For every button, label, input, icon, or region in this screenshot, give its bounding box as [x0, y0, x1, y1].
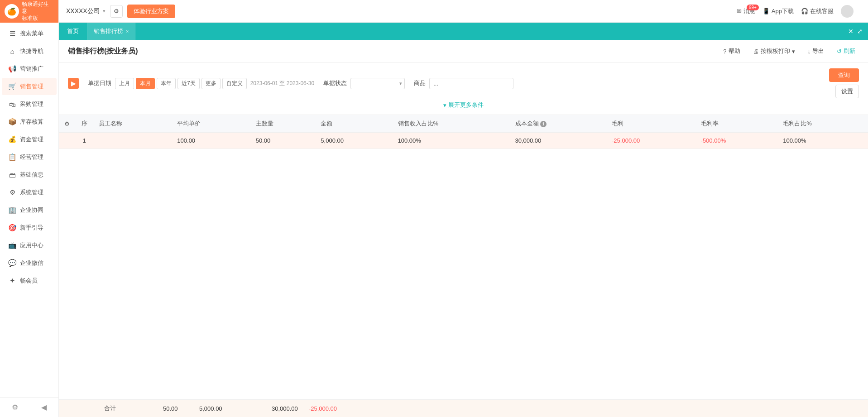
sidebar-label-finance: 资金管理	[20, 135, 43, 144]
sidebar-icon-wechat: 💬	[8, 259, 16, 267]
msg-icon: ✉	[737, 8, 742, 14]
cell-amount-0: 5,000.00	[315, 133, 392, 149]
sidebar-label-quick-nav: 快捷导航	[20, 47, 43, 55]
last7-btn[interactable]: 近7天	[177, 78, 200, 89]
sidebar-label-wechat: 企业微信	[20, 259, 43, 267]
sidebar-item-marketing[interactable]: 📢营销推广	[2, 60, 57, 77]
sidebar-icon-member: ✦	[8, 277, 16, 285]
sidebar-label-enterprise: 企业协同	[20, 206, 43, 214]
sidebar-item-enterprise[interactable]: 🏢企业协同	[2, 201, 57, 219]
th-name: 员工名称	[93, 115, 172, 133]
status-select-wrap: ▾	[350, 78, 405, 89]
sidebar-item-inventory[interactable]: 📦库存核算	[2, 113, 57, 130]
main-area: XXXXX公司 ▾ ⚙ 体验行业方案 ✉ 消息 99+ 📱 App下载 🎧 在线…	[59, 0, 868, 417]
cell-qty-0: 50.00	[250, 133, 316, 149]
query-section: 查询 设置	[829, 68, 859, 98]
sidebar-item-apps[interactable]: 📺应用中心	[2, 237, 57, 254]
sidebar-label-marketing: 营销推广	[20, 65, 43, 73]
sidebar-icon-apps: 📺	[8, 241, 16, 249]
this-year-btn[interactable]: 本年	[157, 78, 176, 89]
print-btn[interactable]: 🖨 按模板打印 ▾	[749, 45, 799, 57]
sidebar-label-purchase-mgmt: 采购管理	[20, 100, 43, 108]
sidebar-collapse-btn[interactable]: ◀	[38, 401, 50, 413]
sidebar-item-operations[interactable]: 📋经营管理	[2, 149, 57, 166]
goods-label: 商品	[414, 79, 426, 87]
export-icon: ↓	[808, 48, 811, 55]
window-btns: ✕ ⤢	[843, 28, 868, 35]
goods-input[interactable]	[429, 78, 513, 89]
sidebar-item-system[interactable]: ⚙系统管理	[2, 184, 57, 201]
app-icon: 📱	[762, 8, 770, 14]
th-rank: 序	[75, 115, 93, 133]
filter-toggle-btn[interactable]: ▶	[68, 78, 79, 89]
sidebar-item-purchase-mgmt[interactable]: 🛍采购管理	[2, 96, 57, 113]
tab-close-icon[interactable]: ×	[126, 29, 129, 34]
expand-more-btn[interactable]: ▾ 展开更多条件	[443, 101, 484, 109]
table-body: 1 100.00 50.00 5,000.00 100.00% 30,000.0…	[59, 133, 868, 149]
tab-sales-rank-label: 销售排行榜	[94, 27, 123, 35]
date-range: 2023-06-01 至 2023-06-30	[250, 80, 314, 87]
goods-filter-group: 商品	[414, 78, 513, 89]
sidebar-item-quick-nav[interactable]: ⌂快捷导航	[2, 43, 57, 60]
th-sales-pct: 销售收入占比%	[393, 115, 510, 133]
sidebar-icon-basic-info: 🗃	[8, 171, 16, 179]
sidebar-label-apps: 应用中心	[20, 241, 43, 249]
trial-btn[interactable]: 体验行业方案	[127, 5, 175, 18]
sidebar-item-search-order[interactable]: ☰搜索菜单	[2, 25, 57, 42]
topbar-settings-btn[interactable]: ⚙	[110, 5, 123, 18]
this-month-btn[interactable]: 本月	[136, 78, 155, 89]
page-header-actions: ? 帮助 🖨 按模板打印 ▾ ↓ 导出 ↺ 刷新	[719, 45, 859, 57]
status-select[interactable]	[350, 78, 405, 89]
sidebar-icon-sales-mgmt: 🛒	[8, 82, 16, 91]
company-selector[interactable]: XXXXX公司 ▾	[66, 7, 106, 15]
tab-sales-rank[interactable]: 销售排行榜 ×	[87, 23, 135, 40]
app-download-btn[interactable]: 📱 App下载	[762, 7, 794, 15]
th-profit-pct: 毛利占比%	[777, 115, 868, 133]
cell-profit-0: -25,000.00	[606, 133, 695, 149]
settings-small-btn[interactable]: 设置	[835, 85, 859, 98]
sidebar-icon-search-order: ☰	[8, 29, 16, 38]
cell-cost-0: 30,000.00	[510, 133, 607, 149]
th-settings[interactable]: ⚙	[59, 115, 75, 133]
sidebar-item-guide[interactable]: 🎯新手引导	[2, 219, 57, 236]
sidebar-bottom: ⚙ ◀	[0, 397, 58, 417]
sidebar-icon-guide: 🎯	[8, 224, 16, 232]
refresh-btn[interactable]: ↺ 刷新	[833, 45, 859, 57]
sidebar-label-member: 畅会员	[20, 277, 38, 285]
print-dropdown-icon[interactable]: ▾	[792, 48, 795, 55]
sidebar-item-wechat[interactable]: 💬企业微信	[2, 254, 57, 272]
filter-row-1: ▶ 单据日期 上月 本月 本年 近7天 更多 自定义 2023-06-01 至 …	[68, 68, 859, 98]
sidebar-settings-btn[interactable]: ⚙	[8, 401, 22, 413]
export-btn[interactable]: ↓ 导出	[804, 45, 828, 57]
user-avatar[interactable]	[841, 5, 854, 18]
service-label: 在线客服	[810, 7, 834, 15]
tab-home-label: 首页	[67, 27, 79, 35]
th-amount: 全额	[315, 115, 392, 133]
sidebar-item-member[interactable]: ✦畅会员	[2, 272, 57, 289]
table-wrap: ⚙ 序 员工名称 平均单价 主数量 全额 销售收入占比% 成本全额 ℹ 毛利 毛…	[59, 115, 868, 399]
filter-arrow-icon: ▶	[71, 80, 76, 87]
headset-icon: 🎧	[801, 8, 808, 14]
query-btn[interactable]: 查询	[829, 68, 859, 82]
custom-date-btn[interactable]: 自定义	[222, 78, 247, 89]
sidebar-item-finance[interactable]: 💰资金管理	[2, 131, 57, 148]
sidebar-icon-marketing: 📢	[8, 65, 16, 73]
sidebar-nav: ☰搜索菜单⌂快捷导航📢营销推广🛒销售管理🛍采购管理📦库存核算💰资金管理📋经营管理…	[0, 23, 58, 397]
window-restore-icon[interactable]: ⤢	[857, 28, 863, 35]
window-close-icon[interactable]: ✕	[848, 28, 854, 35]
prev-month-btn[interactable]: 上月	[115, 78, 134, 89]
more-date-btn[interactable]: 更多	[201, 78, 221, 89]
sidebar-icon-system: ⚙	[8, 188, 16, 197]
sidebar: 🍊 畅康通好生意 标准版 ☰搜索菜单⌂快捷导航📢营销推广🛒销售管理🛍采购管理📦库…	[0, 0, 59, 417]
footer-profit: -25,000.00	[303, 405, 342, 412]
sidebar-label-search-order: 搜索菜单	[20, 29, 43, 38]
table-footer: 合计 50.00 5,000.00 30,000.00 -25,000.00	[59, 399, 868, 417]
msg-btn[interactable]: ✉ 消息 99+	[737, 7, 755, 15]
tab-home[interactable]: 首页	[59, 23, 87, 40]
footer-cost: 30,000.00	[266, 405, 303, 412]
service-btn[interactable]: 🎧 在线客服	[801, 7, 834, 15]
sidebar-item-sales-mgmt[interactable]: 🛒销售管理	[2, 78, 57, 95]
help-btn[interactable]: ? 帮助	[719, 45, 743, 57]
th-profit-rate: 毛利率	[695, 115, 778, 133]
sidebar-item-basic-info[interactable]: 🗃基础信息	[2, 166, 57, 183]
